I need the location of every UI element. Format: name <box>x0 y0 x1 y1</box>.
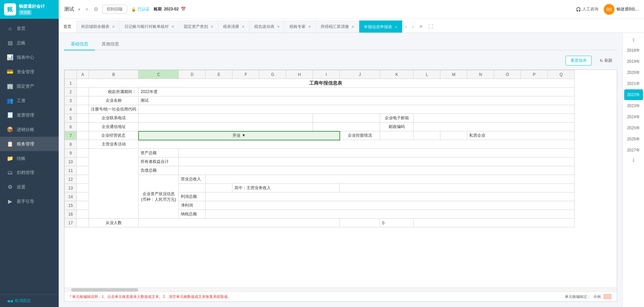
col-header-E[interactable]: E <box>206 70 232 79</box>
user-menu[interactable]: Rit 畅捷通B组... <box>604 4 639 15</box>
top-bar-dropdown-icon[interactable]: ▾ <box>78 7 80 12</box>
r6-I[interactable] <box>313 123 380 131</box>
r17-J[interactable] <box>340 219 380 227</box>
col-header-D[interactable]: D <box>179 70 206 79</box>
col-header-P[interactable]: P <box>521 70 548 79</box>
tab-journal[interactable]: 日记账与银行对账单核对✕ <box>120 20 179 33</box>
year-item-2023[interactable]: 2023年 <box>624 100 643 111</box>
sidebar-item-settings[interactable]: ⚙设置 <box>0 180 59 194</box>
year-item-2027[interactable]: 2027年 <box>624 145 643 156</box>
col-header-B[interactable]: B <box>89 70 139 79</box>
r13-I[interactable] <box>340 184 575 192</box>
r6-K[interactable] <box>414 123 575 131</box>
refresh-button[interactable]: ↻ 刷新 <box>595 56 617 65</box>
r8-A[interactable] <box>77 140 89 149</box>
r5-A[interactable] <box>77 114 89 123</box>
r14-A[interactable] <box>77 192 89 201</box>
col-header-L[interactable]: L <box>414 70 440 79</box>
tab-income-tax[interactable]: 所得税汇算清缴✕ <box>316 20 359 33</box>
r16-A[interactable] <box>77 210 89 219</box>
sidebar-item-home[interactable]: ⌂首页 <box>0 21 59 36</box>
r15-D[interactable] <box>206 201 575 210</box>
col-header-K[interactable]: K <box>380 70 414 79</box>
sidebar-item-reports[interactable]: 📊报表中心 <box>0 50 59 64</box>
year-item-2019[interactable]: 2019年 <box>624 56 643 67</box>
sidebar-item-closing[interactable]: 📁结账 <box>0 151 59 166</box>
top-bar-settings-icon[interactable]: ⚙ <box>94 6 98 12</box>
r12-A[interactable] <box>77 175 89 184</box>
year-item-2020[interactable]: 2020年 <box>624 67 643 78</box>
tab-close-journal[interactable]: ✕ <box>171 25 174 29</box>
tab-close-assets-type[interactable]: ✕ <box>211 25 213 29</box>
tab-tax-check[interactable]: 税检专家✕ <box>285 20 316 33</box>
r7-M[interactable] <box>440 131 467 140</box>
col-header-I[interactable]: I <box>313 70 340 79</box>
r11-A[interactable] <box>77 166 89 175</box>
reset-report-button[interactable]: 重置报表 <box>566 56 592 65</box>
year-item-2024[interactable]: 2024年 <box>624 112 643 122</box>
support-button[interactable]: 🎧 人工咨询 <box>576 6 598 12</box>
col-header-N[interactable]: N <box>467 70 494 79</box>
r17-C[interactable] <box>139 219 340 227</box>
r17-L[interactable] <box>414 219 575 227</box>
year-list-down-icon[interactable]: ⬇ <box>630 156 637 165</box>
r10-D[interactable] <box>179 158 575 166</box>
col-header-G[interactable]: G <box>259 70 286 79</box>
r5-C[interactable] <box>139 114 313 123</box>
r13-A[interactable] <box>77 184 89 192</box>
sub-tab-other[interactable]: 其他信息 <box>95 38 126 50</box>
top-bar-add-button[interactable]: ＋ <box>84 6 90 13</box>
r17-K[interactable]: 0 <box>380 219 414 227</box>
r7-K[interactable] <box>380 131 414 140</box>
tab-home[interactable]: 首页 <box>59 20 76 33</box>
r9-D[interactable] <box>179 149 575 158</box>
r3-C[interactable]: 测试 <box>139 96 575 105</box>
spreadsheet-scroll[interactable]: ABCDEFGHIJKLMNOPQ1工商年报信息表2税款所属期间：2022年度3… <box>64 70 617 288</box>
tab-nav-right[interactable]: › <box>410 20 417 33</box>
col-header-A[interactable]: A <box>77 70 89 79</box>
r8-C[interactable] <box>139 140 575 149</box>
col-header-H[interactable]: H <box>286 70 313 79</box>
sidebar-item-ledger[interactable]: ▤总账 <box>0 36 59 50</box>
tab-close-income-tax[interactable]: ✕ <box>352 25 354 29</box>
sidebar-item-archive[interactable]: 🗂归档管理 <box>0 166 59 180</box>
r5-I[interactable] <box>313 114 380 123</box>
col-header-F[interactable]: F <box>232 70 259 79</box>
sidebar-item-assets[interactable]: 🏢固定资产 <box>0 79 59 93</box>
r11-D[interactable] <box>179 166 575 175</box>
sub-tab-basic[interactable]: 基础信息 <box>64 38 95 50</box>
tab-close-tax-check[interactable]: ✕ <box>308 25 311 29</box>
tab-close-tax-clear[interactable]: ✕ <box>242 25 245 29</box>
r10-A[interactable] <box>77 158 89 166</box>
r6-A[interactable] <box>77 123 89 131</box>
r3-A[interactable] <box>77 96 89 105</box>
r7-C[interactable]: 开业 ▼ <box>139 131 340 140</box>
r14-D[interactable] <box>206 192 575 201</box>
tab-close-annual[interactable]: ✕ <box>395 25 397 29</box>
tab-assets-type[interactable]: 固定资产类别✕ <box>179 20 218 33</box>
r2-C[interactable]: 2022年度 <box>139 88 575 96</box>
r5-K[interactable] <box>414 114 575 123</box>
year-item-2021[interactable]: 2021年 <box>624 78 643 89</box>
r9-A[interactable] <box>77 149 89 158</box>
col-header-O[interactable]: O <box>494 70 521 79</box>
tab-nav-left[interactable]: ‹ <box>402 20 410 33</box>
col-header-M[interactable]: M <box>440 70 467 79</box>
sidebar-item-payroll[interactable]: 👥工资 <box>0 93 59 108</box>
tab-close-all[interactable]: ✕ <box>416 20 426 33</box>
sidebar-item-guide[interactable]: ▶新手引导 <box>0 194 59 209</box>
tab-tax-clear[interactable]: 税表清册✕ <box>218 20 250 33</box>
r6-C[interactable] <box>139 123 313 131</box>
sidebar-item-funds[interactable]: 💳资金管理 <box>0 64 59 79</box>
r7-N[interactable]: 私营企业 <box>467 131 575 140</box>
sidebar-item-tax[interactable]: 📋税务管理 <box>0 137 59 151</box>
year-item-2022[interactable]: 2022年 <box>624 89 643 100</box>
tab-close-tax-wave[interactable]: ✕ <box>277 25 280 29</box>
r16-D[interactable] <box>206 210 575 219</box>
tab-tax-wave[interactable]: 税负波动表✕ <box>250 20 285 33</box>
r17-A[interactable] <box>77 219 89 227</box>
sidebar-collapse-button[interactable]: ◀◀ 取消固定 <box>0 294 59 307</box>
sidebar-item-invoices[interactable]: 🧾发票管理 <box>0 108 59 122</box>
horizontal-scrollbar[interactable] <box>64 288 617 292</box>
col-header-C[interactable]: C <box>139 70 179 79</box>
